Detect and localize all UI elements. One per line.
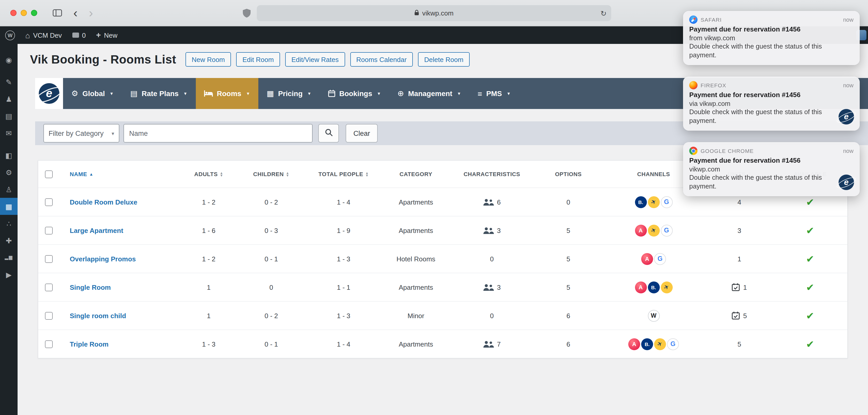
column-header-total-people[interactable]: TOTAL PEOPLE▲▼ bbox=[303, 171, 384, 177]
sidebar-item-posts[interactable]: ✎ bbox=[0, 73, 18, 90]
children-cell: 0 bbox=[240, 283, 303, 291]
page-action-buttons: New RoomEdit RoomEdit/View RatesRooms Ca… bbox=[185, 52, 470, 67]
notification-stack: SAFARInowPayment due for reservation #14… bbox=[683, 11, 860, 196]
select-all-checkbox[interactable] bbox=[45, 170, 53, 178]
notification-time: now bbox=[843, 148, 854, 154]
row-checkbox[interactable] bbox=[45, 340, 53, 348]
nav-item-management[interactable]: ⊕Management▼ bbox=[389, 78, 469, 109]
category-cell: Apartments bbox=[384, 340, 447, 348]
nav-label: Pricing bbox=[278, 89, 303, 98]
zoom-button[interactable] bbox=[31, 10, 37, 16]
address-bar[interactable]: vikwp.com ↻ bbox=[257, 5, 611, 21]
available-check-icon: ✔ bbox=[806, 224, 814, 236]
nav-item-rooms[interactable]: Rooms▼ bbox=[195, 78, 258, 109]
dashboard-icon: ◉ bbox=[6, 56, 12, 63]
minimize-button[interactable] bbox=[21, 10, 27, 16]
name-filter-input[interactable] bbox=[123, 124, 313, 142]
channels-cell: W bbox=[600, 310, 707, 321]
analytics-icon: ▂▆ bbox=[5, 255, 13, 260]
row-checkbox[interactable] bbox=[45, 226, 53, 234]
category-filter-value: Filter by Category bbox=[49, 129, 103, 137]
action-button-new-room[interactable]: New Room bbox=[185, 52, 231, 67]
privacy-shield-icon[interactable] bbox=[243, 9, 251, 20]
wp-logo-menu[interactable]: W bbox=[0, 26, 20, 44]
column-header-label: NAME bbox=[70, 171, 87, 177]
back-icon[interactable]: ‹ bbox=[73, 7, 78, 19]
sidebar-item-pages[interactable]: ▤ bbox=[0, 107, 18, 125]
sidebar-item-vikbooking[interactable]: ▦ bbox=[0, 198, 18, 215]
column-header-name[interactable]: NAME▲ bbox=[59, 171, 178, 177]
sidebar-item-plugins[interactable]: ⚙ bbox=[0, 164, 18, 181]
available-check-icon: ✔ bbox=[806, 253, 814, 265]
children-cell: 0 - 2 bbox=[240, 198, 303, 206]
sidebar-item-comments[interactable]: ✉ bbox=[0, 125, 18, 141]
column-header-category: CATEGORY bbox=[384, 171, 447, 177]
row-select-cell bbox=[38, 226, 59, 234]
row-checkbox[interactable] bbox=[45, 198, 53, 206]
sidebar-item-profile[interactable]: ♙ bbox=[0, 181, 18, 198]
action-button-rooms-calendar[interactable]: Rooms Calendar bbox=[350, 52, 413, 67]
column-header-label: OPTIONS bbox=[555, 171, 582, 177]
comment-count: 0 bbox=[82, 31, 86, 39]
adults-cell: 1 bbox=[178, 283, 240, 291]
row-checkbox[interactable] bbox=[45, 255, 53, 263]
sidebar-item-appearance[interactable]: ◧ bbox=[0, 147, 18, 164]
nav-item-global[interactable]: ⚙Global▼ bbox=[63, 78, 122, 109]
characteristics-cell: 3 bbox=[447, 226, 536, 234]
globe-icon: ⊕ bbox=[398, 89, 404, 98]
sidebar-item-dashboard[interactable]: ◉ bbox=[0, 51, 18, 68]
row-checkbox[interactable] bbox=[45, 283, 53, 291]
adults-cell: 1 - 2 bbox=[178, 198, 240, 206]
notification-google-chrome[interactable]: GOOGLE CHROMEnowPayment due for reservat… bbox=[683, 142, 860, 196]
notification-firefox[interactable]: FIREFOXnowPayment due for reservation #1… bbox=[683, 76, 860, 131]
comments-menu[interactable]: 0 bbox=[67, 26, 91, 44]
vikbooking-logo-tile[interactable]: e bbox=[35, 78, 63, 109]
action-button-edit-view-rates[interactable]: Edit/View Rates bbox=[285, 52, 345, 67]
vikbooking-icon: ▦ bbox=[5, 203, 12, 210]
room-name-link[interactable]: Triple Room bbox=[70, 340, 108, 348]
action-button-delete-room[interactable]: Delete Room bbox=[418, 52, 470, 67]
sidebar-item-media[interactable]: ▶ bbox=[0, 266, 18, 283]
characteristics-count: 7 bbox=[497, 340, 501, 348]
tools-icon: ✚ bbox=[6, 237, 11, 244]
notification-subtitle: vikwp.com bbox=[689, 165, 854, 173]
room-name-link[interactable]: Double Room Deluxe bbox=[70, 198, 137, 206]
room-name-link[interactable]: Large Apartment bbox=[70, 226, 123, 234]
row-checkbox[interactable] bbox=[45, 312, 53, 319]
notification-safari[interactable]: SAFARInowPayment due for reservation #14… bbox=[683, 11, 860, 65]
available-cell: ✔ bbox=[772, 224, 848, 236]
table-row: Single Room101 - 1Apartments35AB.✈1✔ bbox=[38, 273, 847, 301]
nav-item-pricing[interactable]: ▦Pricing▼ bbox=[258, 78, 319, 109]
close-button[interactable] bbox=[10, 10, 17, 16]
clear-button[interactable]: Clear bbox=[346, 124, 378, 142]
room-name-link[interactable]: Single Room bbox=[70, 283, 111, 291]
column-header-children[interactable]: CHILDREN▲▼ bbox=[240, 171, 303, 177]
action-button-edit-room[interactable]: Edit Room bbox=[237, 52, 280, 67]
site-menu[interactable]: ⌂ VCM Dev bbox=[20, 26, 67, 44]
column-header-adults[interactable]: ADULTS▲▼ bbox=[178, 171, 240, 177]
sidebar-item-share[interactable]: ∴ bbox=[0, 215, 18, 232]
sidebar-item-analytics[interactable]: ▂▆ bbox=[0, 249, 18, 266]
refresh-icon[interactable]: ↻ bbox=[601, 9, 607, 17]
room-name-link[interactable]: Single room child bbox=[70, 312, 126, 319]
characteristics-count: 3 bbox=[497, 283, 501, 291]
nav-item-rate-plans[interactable]: ▤Rate Plans▼ bbox=[122, 78, 195, 109]
sidebar-item-people[interactable]: ♟ bbox=[0, 90, 18, 107]
page-title: Vik Booking - Rooms List bbox=[30, 53, 176, 66]
new-menu[interactable]: + New bbox=[91, 26, 123, 44]
nav-label: Global bbox=[83, 89, 105, 98]
units-count: 1 bbox=[738, 255, 741, 263]
plane-glyph: ✈ bbox=[662, 283, 671, 292]
nav-item-bookings[interactable]: Bookings▼ bbox=[319, 78, 389, 109]
sidebar-item-tools[interactable]: ✚ bbox=[0, 232, 18, 249]
nav-item-pms[interactable]: ≡PMS▼ bbox=[469, 78, 519, 109]
search-button[interactable] bbox=[318, 124, 339, 142]
available-check-icon: ✔ bbox=[806, 338, 814, 350]
notification-title: Payment due for reservation #1456 bbox=[689, 91, 854, 99]
room-name-link[interactable]: Overlapping Promos bbox=[70, 255, 136, 263]
sidebar-toggle-icon[interactable] bbox=[53, 9, 62, 17]
category-filter-select[interactable]: Filter by Category ▾ bbox=[43, 124, 119, 142]
screen: ‹ › vikwp.com ↻ W ⌂ VCM Dev 0 + New bbox=[0, 0, 868, 415]
lock-icon bbox=[414, 9, 419, 17]
forward-icon[interactable]: › bbox=[89, 7, 93, 19]
